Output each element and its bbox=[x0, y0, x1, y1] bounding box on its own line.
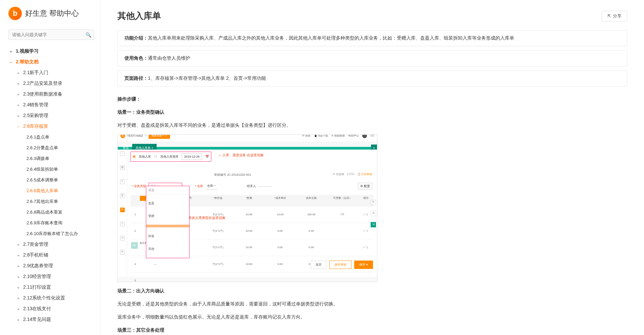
dd-item: 盘盈 bbox=[146, 199, 189, 207]
nav-l3-5[interactable]: 2.6.5成本调整单 bbox=[8, 175, 100, 185]
ss-logo-icon: b bbox=[120, 134, 125, 138]
ss-account: TEST-H002 bbox=[127, 134, 143, 139]
nav-l3-6-active[interactable]: 2.6.6其他入库单 bbox=[8, 185, 100, 196]
ss-help: 帮助中心 bbox=[348, 134, 359, 138]
ss-tool-2: ⎙ 打印 bbox=[347, 172, 355, 177]
radio-icon bbox=[154, 155, 157, 158]
title-row: 其他入库单 ⇱分享 bbox=[117, 10, 627, 22]
plus-icon: ＋ bbox=[8, 49, 13, 54]
nav-label: 2.6.2分量盘点单 bbox=[26, 145, 58, 151]
ss-btn-draft: 保存草稿 bbox=[329, 261, 352, 269]
th: *成本单价 bbox=[265, 196, 296, 201]
ss-right-toolbar: ✎ ⊕ ⇲ bbox=[371, 200, 376, 232]
brand-title: 好生意 帮助中心 bbox=[25, 8, 79, 18]
nav-l2-3[interactable]: ＋2.3使用前数据准备 bbox=[8, 89, 100, 100]
nav-l2-5[interactable]: ＋2.5采购管理 bbox=[8, 110, 100, 121]
search-icon[interactable]: 🔍 bbox=[86, 32, 91, 38]
nav-l2-8[interactable]: ＋2.8手机旺铺 bbox=[8, 250, 100, 261]
plus-icon: ＋ bbox=[16, 306, 20, 311]
ss-side-icon: 🗑 bbox=[120, 193, 125, 198]
nav-l3-4[interactable]: 2.6.4组装拆卸单 bbox=[8, 164, 100, 175]
path-label: 页面路径： bbox=[124, 75, 148, 81]
dd-item: 受赠 bbox=[146, 212, 189, 220]
ss-filter-lbl2: * 仓库 bbox=[195, 183, 203, 189]
nav-label: 2.4销售管理 bbox=[23, 102, 48, 108]
ss-sidebar: ⌂ ▦ ✎ 🗑 ⟳ ⎙ 🗂 ⚙ bbox=[118, 150, 127, 277]
nav-l1-docs[interactable]: －2.帮助文档 bbox=[8, 57, 100, 67]
avatar-icon bbox=[362, 134, 367, 138]
nav-l3-1[interactable]: 2.6.1盘点单 bbox=[8, 132, 100, 143]
nav-label: 2.14常见问题 bbox=[23, 317, 51, 323]
nav-label: 2.6.9库存账本查询 bbox=[26, 220, 62, 226]
scene2-line1: 无论是受赠，还是其他类型的业务，由于入库商品质量等原因，需要退回，这时可通过单据… bbox=[117, 300, 627, 308]
nav-l2-12[interactable]: ＋2.12系统个性化设置 bbox=[8, 293, 100, 303]
nav-l3-9[interactable]: 2.6.9库存账本查询 bbox=[8, 218, 100, 228]
ss-body: 其他入库 其他入库退库 2019-12-26 📅 ← 入库、退货业务 在这里切换… bbox=[127, 150, 377, 277]
scene1-text: 对于受赠、盘盈或是拆装入库等不同的业务，是通过单据头【业务类型】进行区分。 bbox=[117, 121, 627, 129]
nav-label: 2.8手机旺铺 bbox=[23, 252, 48, 258]
search-input[interactable] bbox=[8, 30, 94, 40]
ss-opt2: 其他入库退库 bbox=[160, 154, 178, 159]
nav-l2-13[interactable]: ＋2.13在线支付 bbox=[8, 303, 100, 314]
ss-opt1: 其他入库 bbox=[139, 154, 151, 159]
ss-annotation-1: ← 入库、退货业务 在这里切换 bbox=[218, 152, 264, 158]
path-text: 1、库存核算->库存管理->其他入库单 2、首页->常用功能 bbox=[148, 75, 266, 81]
docnum-label: 单据编号 bbox=[214, 173, 226, 176]
nav-l2-14[interactable]: ＋2.14常见问题 bbox=[8, 314, 100, 325]
intro-label: 功能介绍： bbox=[124, 35, 148, 41]
share-label: 分享 bbox=[613, 13, 622, 19]
nav-l2-4[interactable]: ＋2.4销售管理 bbox=[8, 100, 100, 110]
nav-l2-1[interactable]: ＋2.1新手入门 bbox=[8, 67, 100, 78]
ss-filter-v3 bbox=[259, 186, 272, 187]
nav-l2-9[interactable]: ＋2.9优惠券管理 bbox=[8, 261, 100, 271]
nav-label: 2.6.6其他入库单 bbox=[26, 188, 58, 194]
nav-label: 2.3使用前数据准备 bbox=[23, 91, 62, 97]
ss-refresh: ⟳ 刷新 bbox=[302, 134, 311, 138]
ss-rt-icon: ⇲ bbox=[371, 222, 376, 227]
ss-rt-icon: ✎ bbox=[371, 200, 376, 205]
ss-upgrade-btn: 我要刷新一下 bbox=[149, 134, 170, 139]
ss-tool-1: ⊡ 快捷键 bbox=[333, 172, 344, 177]
ss-user: CC bbox=[370, 134, 374, 138]
role-box: 使用角色：通常由仓管人员维护 bbox=[117, 50, 627, 66]
plus-icon: ＋ bbox=[16, 242, 20, 247]
ss-side-icon: ✎ bbox=[120, 179, 125, 184]
nav-label: 2.6.3调拨单 bbox=[26, 156, 49, 162]
ss-btn-save: 保存 ▾ bbox=[354, 261, 373, 269]
nav-l3-7[interactable]: 2.6.7其他出库单 bbox=[8, 196, 100, 207]
ss-btn-cancel: 放弃 bbox=[311, 261, 327, 269]
calendar-icon: 📅 bbox=[205, 154, 209, 159]
plus-icon: ＋ bbox=[16, 264, 20, 268]
nav-l3-2[interactable]: 2.6.2分量盘点单 bbox=[8, 143, 100, 153]
minus-icon: － bbox=[8, 60, 13, 64]
nav-label: 2.2产品安装及登录 bbox=[23, 80, 62, 87]
nav-label: 2.6.10库存账本错了怎么办 bbox=[26, 231, 78, 237]
ss-appdownload: 📱 App下载 bbox=[314, 134, 328, 138]
nav-l3-3[interactable]: 2.6.3调拨单 bbox=[8, 153, 100, 164]
nav-l1-video[interactable]: ＋1.视频学习 bbox=[8, 46, 100, 57]
nav-l2-6[interactable]: －2.6库存核算 bbox=[8, 121, 100, 132]
nav-label: 2.6.5成本调整单 bbox=[26, 177, 58, 183]
share-button[interactable]: ⇱分享 bbox=[602, 11, 627, 21]
nav-l2-10[interactable]: ＋2.10经营管理 bbox=[8, 271, 100, 282]
nav-l3-8[interactable]: 2.6.8商品成本重算 bbox=[8, 207, 100, 218]
embedded-screenshot: b TEST-H002 ▾ 我要刷新一下 ⟳ 刷新 📱 App下载 ⊕ 加载数据… bbox=[117, 134, 377, 282]
nav-label: 2.9优惠券管理 bbox=[23, 263, 53, 269]
scene2-title: 场景二：出入方向确认 bbox=[117, 287, 627, 295]
nav-l3-10[interactable]: 2.6.10库存账本错了怎么办 bbox=[8, 228, 100, 239]
ss-side-icon: ⌂ bbox=[120, 151, 125, 156]
nav-l2-11[interactable]: ＋2.11打印设置 bbox=[8, 282, 100, 293]
nav-l2-7[interactable]: ＋2.7资金管理 bbox=[8, 239, 100, 250]
chevron-down-icon: ▾ bbox=[145, 134, 147, 139]
nav-l2-2[interactable]: ＋2.2产品安装及登录 bbox=[8, 78, 100, 89]
plus-icon: ＋ bbox=[16, 92, 20, 97]
dd-head: 请选 bbox=[146, 186, 189, 194]
ss-filter-v2: 仓库一 bbox=[206, 183, 217, 189]
th: *数量 bbox=[233, 196, 265, 201]
ss-tool-3: 📋 历史单据 bbox=[357, 172, 372, 177]
nav-label: 2.6库存核算 bbox=[23, 123, 48, 129]
ss-side-icon: 🗂 bbox=[120, 236, 125, 240]
ss-rt-icon: ⊕ bbox=[371, 211, 376, 216]
plus-icon: ＋ bbox=[16, 274, 20, 279]
ss-headrow: 其他入库 其他入库退库 2019-12-26 📅 bbox=[130, 152, 211, 162]
